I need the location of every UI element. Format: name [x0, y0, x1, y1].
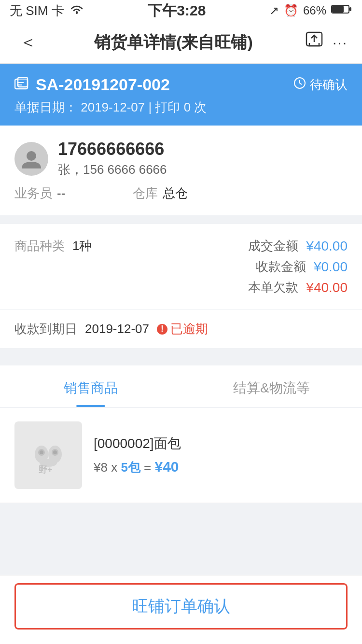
- type-label: 商品种类: [14, 238, 65, 254]
- product-info: [0000002]面包 ¥8 x 5包 = ¥40: [94, 434, 348, 476]
- customer-info: 17666666666 张，156 6666 6666: [58, 139, 167, 178]
- back-button[interactable]: ＜: [14, 26, 42, 59]
- divider-2: [0, 348, 362, 357]
- product-list: 野+ [0000002]面包 ¥8 x 5包 = ¥40: [0, 408, 362, 503]
- svg-point-15: [53, 450, 57, 454]
- overdue-text: 已逾期: [170, 321, 208, 337]
- status-right: ↗ ⏰ 66%: [269, 4, 352, 17]
- nav-bar: ＜ 销货单详情(来自旺铺) ···: [0, 21, 362, 64]
- customer-row: 17666666666 张，156 6666 6666: [14, 139, 348, 178]
- svg-rect-2: [349, 7, 351, 11]
- order-number-row: SA-20191207-002 待确认: [14, 75, 348, 94]
- summary-left: 商品种类 1种: [14, 238, 92, 254]
- svg-text:野+: 野+: [39, 465, 53, 475]
- status-time: 下午3:28: [148, 1, 206, 21]
- sales-label: 业务员: [14, 185, 52, 202]
- svg-rect-1: [332, 6, 344, 13]
- amount-label-2: 收款金额: [256, 258, 306, 275]
- order-status: 待确认: [293, 76, 348, 93]
- product-price-row: ¥8 x 5包 = ¥40: [94, 459, 348, 476]
- overdue-icon: !: [157, 324, 167, 335]
- svg-point-14: [40, 450, 43, 454]
- order-date: 单据日期： 2019-12-07 | 打印 0 次: [14, 99, 348, 116]
- battery-text: 66%: [303, 4, 326, 17]
- more-button[interactable]: ···: [333, 34, 348, 51]
- confirm-order-button[interactable]: 旺铺订单确认: [14, 583, 348, 630]
- clock-icon: [293, 77, 306, 93]
- product-item: 野+ [0000002]面包 ¥8 x 5包 = ¥40: [0, 408, 362, 503]
- price-prefix: ¥8 x: [94, 460, 121, 475]
- bottom-bar: 旺铺订单确认: [0, 575, 362, 644]
- warehouse-meta: 仓库 总仓: [133, 185, 188, 202]
- amount-label-1: 成交金额: [248, 238, 298, 254]
- status-left: 无 SIM 卡: [10, 2, 84, 19]
- nav-actions: ···: [306, 31, 348, 53]
- product-qty: 5包: [121, 460, 140, 475]
- wifi-icon: [69, 3, 84, 18]
- amount-row-1: 成交金额 ¥40.00: [248, 238, 348, 254]
- product-thumbnail: 野+: [14, 421, 82, 489]
- tab-products[interactable]: 销售商品: [0, 365, 181, 407]
- location-icon: ↗: [269, 4, 279, 17]
- carrier-text: 无 SIM 卡: [10, 2, 64, 19]
- tabs-bar: 销售商品 结算&物流等: [0, 365, 362, 408]
- customer-meta: 业务员 -- 仓库 总仓: [14, 185, 348, 202]
- due-label: 收款到期日: [14, 321, 77, 337]
- customer-card: 17666666666 张，156 6666 6666 业务员 -- 仓库 总仓: [0, 126, 362, 215]
- sales-meta: 业务员 --: [14, 185, 65, 202]
- summary-row: 商品种类 1种 成交金额 ¥40.00 收款金额 ¥0.00 本单欠款 ¥40.…: [14, 238, 348, 296]
- amount-row-3: 本单欠款 ¥40.00: [248, 279, 348, 296]
- summary-card: 商品种类 1种 成交金额 ¥40.00 收款金额 ¥0.00 本单欠款 ¥40.…: [0, 224, 362, 309]
- overdue-badge: ! 已逾期: [157, 321, 208, 337]
- summary-amounts: 成交金额 ¥40.00 收款金额 ¥0.00 本单欠款 ¥40.00: [248, 238, 348, 296]
- due-date-bar: 收款到期日 2019-12-07 ! 已逾期: [0, 309, 362, 348]
- amount-row-2: 收款金额 ¥0.00: [256, 258, 348, 275]
- page-title: 销货单详情(来自旺铺): [94, 31, 253, 54]
- alarm-icon: ⏰: [284, 4, 298, 17]
- order-icon: [14, 75, 31, 94]
- share-button[interactable]: [306, 31, 323, 53]
- svg-point-9: [27, 151, 36, 161]
- product-name: [0000002]面包: [94, 434, 348, 453]
- warehouse-label: 仓库: [133, 185, 158, 202]
- divider-1: [0, 215, 362, 224]
- product-total: ¥40: [154, 459, 179, 475]
- price-suffix: =: [140, 460, 155, 475]
- amount-value-3: ¥40.00: [306, 280, 348, 295]
- avatar: [14, 142, 48, 176]
- amount-value-2: ¥0.00: [314, 259, 348, 275]
- sales-value: --: [57, 186, 65, 201]
- status-bar: 无 SIM 卡 下午3:28 ↗ ⏰ 66%: [0, 0, 362, 21]
- amount-label-3: 本单欠款: [248, 279, 298, 296]
- due-date-value: 2019-12-07: [85, 322, 149, 336]
- customer-name: 张，156 6666 6666: [58, 161, 167, 178]
- customer-phone: 17666666666: [58, 139, 167, 159]
- amount-value-1: ¥40.00: [306, 238, 348, 254]
- warehouse-value: 总仓: [163, 185, 188, 202]
- order-header: SA-20191207-002 待确认 单据日期： 2019-12-07 | 打…: [0, 64, 362, 126]
- battery-icon: [331, 4, 352, 17]
- tab-settlement[interactable]: 结算&物流等: [181, 365, 362, 407]
- order-number: SA-20191207-002: [14, 75, 170, 94]
- type-value: 1种: [72, 238, 92, 254]
